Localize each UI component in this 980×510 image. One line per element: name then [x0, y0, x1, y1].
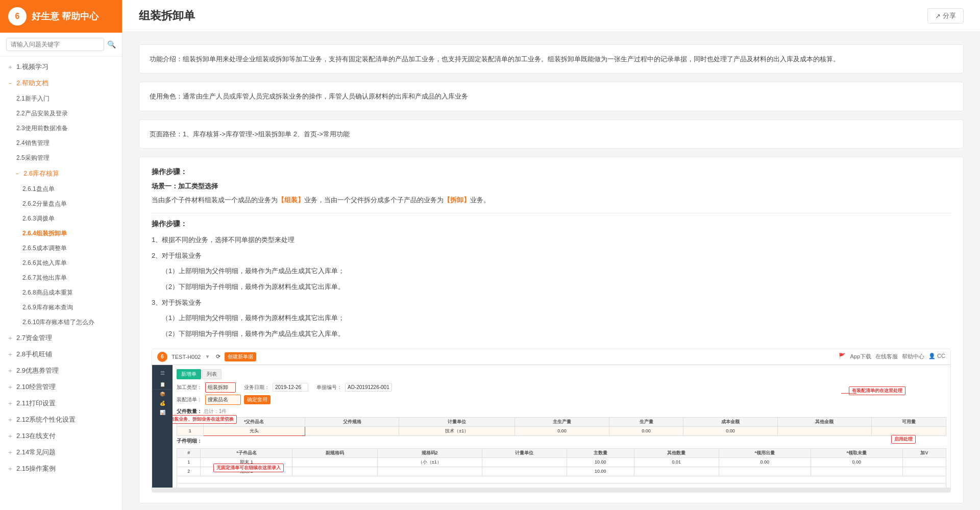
sidebar-item-newcomer[interactable]: 2.1新手入门	[0, 91, 122, 106]
sidebar-item-costrecalc[interactable]: 2.6.8商品成本重算	[0, 285, 122, 300]
mock-parent-header-row: # *父件品名 父件规格 计量单位 主生产量 生产量 成本金额 其他金额 可用量	[177, 417, 946, 426]
sidebar-item-install[interactable]: 2.2产品安装及登录	[0, 106, 122, 121]
sidebar-item-costadj[interactable]: 2.6.5成本调整单	[0, 241, 122, 256]
mock-cth-flag: 加V	[902, 448, 946, 457]
main-content: 组装拆卸单 ↗ 分享 功能介绍：组装拆卸单用来处理企业组装或拆卸等加工业务，支持…	[122, 0, 980, 510]
mock-ctd2-spec2	[377, 467, 482, 476]
sidebar-item-error[interactable]: 2.6.10库存账本错了怎么办	[0, 315, 122, 330]
mock-cth-no: #	[177, 448, 201, 457]
mock-cth-unit: 计量单位	[482, 448, 567, 457]
mock-th-mainqty: 主生产量	[515, 417, 609, 426]
minus-icon-2: －	[14, 169, 20, 178]
mock-avatar: 👤 CC	[928, 353, 945, 360]
search-button[interactable]: 🔍	[107, 40, 116, 48]
mock-ctd2-unit	[482, 467, 567, 476]
mock-ctd-unit	[482, 457, 567, 467]
mock-child-label: 子件明细：	[177, 436, 946, 446]
sidebar-item-splitcount[interactable]: 2.6.2分量盘点单	[0, 197, 122, 211]
sidebar-item-faq[interactable]: ＋ 2.14常见问题	[0, 444, 122, 460]
page-title: 组装拆卸单	[139, 8, 195, 23]
plus-icon-2: ＋	[7, 334, 13, 343]
mock-form-row1: 加工类型： 组装拆卸 业务日期： 2019-12-26 单据编号： AD-201…	[177, 382, 946, 393]
sidebar-item-stockcount[interactable]: 2.6.1盘点单	[0, 182, 122, 197]
sidebar-item-assembly[interactable]: 2.6.4组装拆卸单	[0, 226, 122, 241]
mock-th-spec: 父件规格	[305, 417, 399, 426]
mock-child-header-row: # *子件品名 副规格码 规格码2 计量单位 主数量 其他数量 *领用出量 *领	[177, 448, 946, 457]
mock-ctd-otherqty: 0.01	[634, 457, 719, 467]
mock-ctd2-mainqty: 10.00	[567, 467, 634, 476]
mock-help-link: 帮助中心	[902, 353, 924, 360]
mock-top-table-label: 父件数量： 总计：1件 组装业务、拆卸业务在这里切换	[177, 408, 946, 415]
mock-type-input: 组装拆卸	[205, 382, 236, 393]
mock-th-other: 其他金额	[777, 417, 871, 426]
mock-td-ravail	[872, 426, 946, 435]
mock-no-input: AD-20191226-001	[345, 383, 392, 392]
annotation-enable: 启用处理	[891, 435, 916, 444]
sidebar-item-otherinstock[interactable]: 2.6.6其他入库单	[0, 256, 122, 271]
mock-th-unit: 计量单位	[399, 417, 515, 426]
mock-ctd-no: 1	[177, 457, 201, 467]
mock-ctd2-no: 2	[177, 467, 201, 476]
sidebar-item-custom[interactable]: ＋ 2.12系统个性化设置	[0, 411, 122, 428]
mock-child-table: # *子件品名 副规格码 规格码2 计量单位 主数量 其他数量 *领用出量 *领	[177, 448, 946, 488]
mock-th-cost: 成本金额	[683, 417, 777, 426]
logo-icon: 6	[8, 7, 27, 26]
sidebar-item-cases[interactable]: ＋ 2.15操作案例	[0, 460, 122, 477]
mock-tab-new: 新增单	[177, 369, 201, 379]
mock-ctd2-otherqty	[634, 467, 719, 476]
sidebar-item-adjust[interactable]: 2.6.3调拨单	[0, 211, 122, 226]
annotation-switch: 组装业务、拆卸业务在这里切换	[173, 415, 237, 424]
mock-parent-table: # *父件品名 父件规格 计量单位 主生产量 生产量 成本金额 其他金额 可用量	[177, 417, 946, 436]
mock-child-row-2: 2 期末 2 10.00	[177, 467, 946, 476]
sidebar-item-otheroutstock[interactable]: 2.6.7其他出库单	[0, 271, 122, 285]
sidebar-item-print[interactable]: ＋ 2.11打印设置	[0, 395, 122, 411]
annotation-nofixed: 无固定清单可在组续在这里录入	[213, 464, 284, 472]
mock-sidebar-mini: ☰ 📋 📦 💰 📊	[152, 365, 173, 488]
plus-icon-9: ＋	[7, 448, 13, 457]
scene-title: 场景一：加工类型选择	[152, 182, 951, 191]
plus-icon-8: ＋	[7, 432, 13, 441]
scene-desc: 当由多个子件材料组装成一个成品的业务为【组装】业务，当由一个父件拆分成多个子产品…	[152, 194, 951, 207]
sidebar-item-prepare[interactable]: 2.3使用前数据准备	[0, 121, 122, 136]
mock-refresh-icon: ⟳	[216, 353, 220, 360]
mock-parent-tbody: 1 光头 技术（±1） 0.00 0.00 0.00	[177, 426, 946, 435]
mock-body: ☰ 📋 📦 💰 📊 新增单 列	[152, 365, 950, 488]
step-3: 3、对于拆装业务	[152, 297, 951, 309]
intro-block: 功能介绍：组装拆卸单用来处理企业组装或拆卸等加工业务，支持有固定装配清单的产品加…	[139, 44, 964, 74]
mock-bom-input: 搜索品名	[205, 395, 241, 405]
mock-cth-taken: *领取未量	[811, 448, 902, 457]
plus-icon-10: ＋	[7, 465, 13, 473]
mock-service-link: 在线客服	[875, 353, 898, 360]
sidebar-item-video[interactable]: ＋ 1.视频学习	[0, 59, 122, 75]
mock-annotation-row1: 装配清单： 搜索品名 确定套用 有装配清单的在这里处理	[177, 395, 946, 405]
mock-td-runit: 技术（±1）	[399, 426, 515, 435]
main-header: 组装拆卸单 ↗ 分享	[122, 0, 980, 32]
sidebar-item-coupon[interactable]: ＋ 2.9优惠券管理	[0, 362, 122, 379]
sidebar-item-finance[interactable]: ＋ 2.7资金管理	[0, 330, 122, 346]
share-button[interactable]: ↗ 分享	[927, 8, 964, 23]
sidebar-item-purchase[interactable]: 2.5采购管理	[0, 151, 122, 165]
step-2: 2、对于组装业务	[152, 250, 951, 262]
sidebar-item-mobile[interactable]: ＋ 2.8手机旺铺	[0, 346, 122, 362]
minus-icon: －	[7, 79, 13, 88]
step-2-1: （1）上部明细为父件明细，最终作为产成品生成其它入库单；	[162, 265, 951, 278]
mock-logo: 6	[157, 352, 167, 362]
mock-cth-spec: 副规格码	[292, 448, 377, 457]
mock-flag-icon: 🚩	[839, 353, 846, 360]
sidebar-item-sales[interactable]: 2.4销售管理	[0, 136, 122, 151]
sidebar-item-ledger[interactable]: 2.6.9库存账本查询	[0, 300, 122, 315]
mock-parent-thead: # *父件品名 父件规格 计量单位 主生产量 生产量 成本金额 其他金额 可用量	[177, 417, 946, 426]
sidebar-item-ops[interactable]: ＋ 2.10经营管理	[0, 379, 122, 395]
sidebar-item-payment[interactable]: ＋ 2.13在线支付	[0, 428, 122, 444]
plus-icon-3: ＋	[7, 350, 13, 359]
plus-icon-4: ＋	[7, 367, 13, 375]
sidebar-title: 好生意 帮助中心	[32, 10, 99, 22]
mock-ctd-usage: 0.00	[719, 457, 811, 467]
mock-cth-name: *子件品名	[201, 448, 292, 457]
plus-icon-5: ＋	[7, 383, 13, 392]
search-input[interactable]	[6, 38, 104, 51]
sidebar-item-docs[interactable]: － 2.帮助文档	[0, 75, 122, 91]
mock-ctd-taken: 0.00	[811, 457, 902, 467]
sidebar-item-inventory[interactable]: － 2.6库存核算	[0, 165, 122, 182]
step-1: 1、根据不同的业务，选择不同单据的类型来处理	[152, 234, 951, 247]
